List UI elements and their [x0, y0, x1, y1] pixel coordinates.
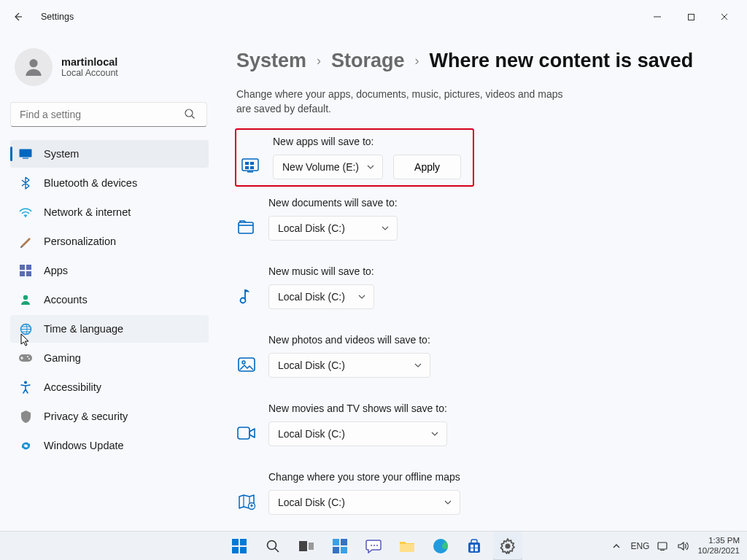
section-label: New documents will save to: [268, 197, 398, 209]
svg-point-41 [376, 545, 378, 546]
svg-rect-20 [250, 166, 254, 169]
breadcrumb-system[interactable]: System [236, 50, 306, 72]
breadcrumb-storage[interactable]: Storage [331, 50, 405, 72]
svg-rect-35 [333, 539, 339, 545]
svg-rect-29 [240, 539, 247, 545]
apply-button[interactable]: Apply [393, 155, 461, 179]
sidebar-item-label: System [44, 148, 79, 160]
documents-location-dropdown[interactable]: Local Disk (C:) [268, 216, 398, 241]
gaming-icon [19, 351, 32, 365]
sidebar-item-label: Accounts [44, 294, 88, 306]
svg-rect-18 [250, 162, 254, 165]
sidebar-item-label: Personalization [44, 236, 116, 247]
sidebar-item-accounts[interactable]: Accounts [10, 286, 209, 314]
section-movies: New movies and TV shows will save to: Lo… [236, 392, 725, 461]
svg-point-5 [25, 216, 26, 217]
sidebar-item-personalization[interactable]: Personalization [10, 228, 209, 255]
svg-rect-48 [475, 548, 478, 551]
settings-button[interactable] [493, 532, 522, 561]
sidebar-item-time-language[interactable]: Time & language [10, 315, 209, 343]
close-button[interactable] [708, 5, 741, 28]
dropdown-value: Local Disk (C:) [278, 428, 345, 440]
time-icon [19, 322, 32, 335]
sidebar-item-gaming[interactable]: Gaming [10, 344, 209, 372]
photos-location-dropdown[interactable]: Local Disk (C:) [268, 353, 430, 378]
movies-location-dropdown[interactable]: Local Disk (C:) [268, 421, 447, 446]
taskbar-clock[interactable]: 1:35 PM 10/28/2021 [697, 536, 740, 556]
svg-point-10 [23, 295, 28, 300]
svg-rect-7 [26, 265, 31, 270]
svg-rect-21 [247, 171, 253, 173]
dropdown-value: Local Disk (C:) [278, 291, 345, 303]
svg-point-39 [371, 545, 372, 546]
svg-point-2 [185, 109, 193, 117]
profile-block[interactable]: martinlocal Local Account [10, 39, 209, 102]
svg-rect-34 [309, 542, 314, 550]
svg-rect-50 [658, 542, 667, 549]
section-label: New movies and TV shows will save to: [268, 402, 447, 414]
svg-point-25 [242, 361, 245, 364]
svg-rect-31 [240, 547, 247, 553]
sidebar-item-network[interactable]: Network & internet [10, 198, 209, 226]
svg-rect-51 [660, 550, 665, 551]
svg-rect-38 [341, 547, 347, 553]
start-button[interactable] [225, 532, 254, 561]
volume-tray-icon[interactable] [677, 540, 690, 553]
chevron-down-icon [381, 224, 390, 233]
svg-rect-37 [333, 547, 339, 553]
taskbar-search-button[interactable] [258, 532, 287, 561]
maximize-button[interactable] [674, 5, 708, 28]
chat-button[interactable] [359, 532, 388, 561]
svg-rect-6 [20, 265, 25, 270]
sidebar-item-system[interactable]: System [10, 140, 209, 168]
language-indicator[interactable]: ENG [630, 541, 649, 551]
sidebar-item-label: Time & language [44, 323, 123, 335]
back-button[interactable] [6, 5, 29, 28]
sidebar-item-accessibility[interactable]: Accessibility [10, 373, 209, 401]
system-tray: ENG 1:35 PM 10/28/2021 [610, 536, 747, 556]
svg-rect-0 [688, 14, 694, 20]
chevron-right-icon: › [415, 53, 419, 69]
task-view-button[interactable] [292, 532, 321, 561]
sidebar-item-label: Bluetooth & devices [44, 177, 137, 189]
edge-button[interactable] [426, 532, 455, 561]
apps-location-dropdown[interactable]: New Volume (E:) [273, 155, 383, 179]
maps-location-dropdown[interactable]: Local Disk (C:) [268, 490, 460, 515]
section-label: New photos and videos will save to: [268, 334, 430, 346]
sidebar-nav: System Bluetooth & devices Network & int… [10, 140, 209, 459]
minimize-button[interactable] [640, 5, 674, 28]
network-tray-icon[interactable] [657, 540, 670, 553]
tray-chevron-up-icon[interactable] [610, 540, 623, 553]
search-input[interactable] [10, 102, 207, 127]
dropdown-value: New Volume (E:) [282, 161, 359, 173]
svg-point-14 [28, 358, 30, 359]
chevron-right-icon: › [317, 53, 321, 69]
sidebar-item-apps[interactable]: Apps [10, 257, 209, 284]
svg-rect-47 [471, 548, 473, 551]
section-photos: New photos and videos will save to: Loca… [236, 324, 725, 392]
profile-sub: Local Account [61, 68, 118, 78]
svg-rect-36 [341, 539, 347, 545]
chevron-down-icon [430, 429, 439, 438]
music-location-dropdown[interactable]: Local Disk (C:) [268, 284, 374, 309]
sidebar-item-label: Privacy & security [44, 411, 128, 422]
file-explorer-button[interactable] [392, 532, 422, 561]
svg-point-40 [374, 545, 375, 546]
search-box[interactable] [10, 102, 209, 127]
svg-rect-17 [245, 162, 249, 165]
svg-point-13 [27, 356, 28, 357]
svg-rect-9 [26, 271, 31, 276]
svg-point-23 [241, 298, 246, 303]
store-button[interactable] [460, 532, 489, 561]
sidebar-item-update[interactable]: Windows Update [10, 432, 209, 459]
window-title: Settings [41, 12, 74, 22]
svg-rect-42 [400, 544, 414, 552]
widgets-button[interactable] [325, 532, 355, 561]
sidebar-item-bluetooth[interactable]: Bluetooth & devices [10, 169, 209, 197]
sidebar-item-privacy[interactable]: Privacy & security [10, 402, 209, 430]
taskbar-time: 1:35 PM [697, 536, 740, 546]
svg-rect-30 [232, 547, 239, 553]
dropdown-value: Local Disk (C:) [278, 497, 345, 508]
section-label: New apps will save to: [273, 136, 461, 147]
sidebar-item-label: Apps [44, 265, 68, 276]
